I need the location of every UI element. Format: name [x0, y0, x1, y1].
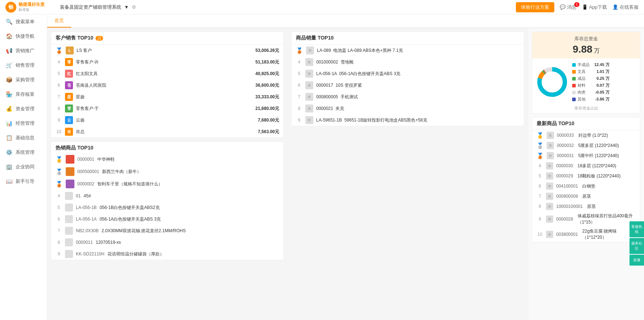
- message-button[interactable]: 💬 消息 6: [560, 4, 576, 11]
- list-item[interactable]: 6 LA-056-1A 056-1A白色按键开关盖ABS 3克: [51, 213, 284, 225]
- table-row[interactable]: 9 云 云扬 7,680.00元: [51, 114, 284, 126]
- table-row[interactable]: 5 红 红太阳文具 40,925.00元: [51, 68, 284, 79]
- product-code: 0000001: [77, 157, 94, 162]
- table-row[interactable]: 4 零 零售客户·许 51,183.00元: [51, 56, 284, 68]
- table-row[interactable]: 8 图 0000021 夹克: [292, 103, 524, 114]
- customer-name: 红太阳文具: [76, 71, 253, 77]
- online-service-button[interactable]: 👤 在线客服: [612, 4, 639, 11]
- sidebar-item-nav[interactable]: 🏠 快捷导航: [0, 29, 47, 44]
- product-info: LA-089 电池盖 LA-089 ABS本色+黑种 7.1克: [317, 48, 403, 54]
- table-row[interactable]: 9 图 LA-59651-1B 59651-1B旋转投影灯电池盒ABS黑色+58…: [292, 114, 524, 126]
- app-download-button[interactable]: 📱 App下载: [582, 4, 607, 11]
- latest-header: 最新商品 TOP10: [532, 118, 640, 130]
- customer-value: 40,925.00元: [256, 71, 279, 77]
- product-code: 0000033: [557, 133, 574, 138]
- sidebar-item-search[interactable]: 🔍 搜索菜单: [0, 15, 47, 29]
- sidebar-item-purchase[interactable]: 📦 采购管理: [0, 73, 47, 87]
- list-item[interactable]: 5 图 0000029 18颗粒板 (1220*2440): [532, 171, 640, 181]
- sidebar-item-sales[interactable]: 🛒 销售管理: [0, 58, 47, 73]
- customer-service-button[interactable]: 客服热线: [629, 221, 644, 237]
- hot-products-list: 🥇 0000001 中华神鞋 🥈 000500001 新西兰牛肉（新牛）: [51, 153, 284, 260]
- customer-name: LS 客户: [77, 48, 253, 54]
- list-item[interactable]: 🥈 000500001 新西兰牛肉（新牛）: [51, 165, 284, 178]
- product-thumbnail: [66, 155, 74, 164]
- sidebar-item-system[interactable]: ⚙️ 系统管理: [0, 145, 47, 160]
- purchase-icon: 📦: [5, 76, 13, 83]
- list-item[interactable]: 🥇 图 0000033 封边带 (1.0*22): [532, 130, 640, 140]
- livestream-button[interactable]: 直播: [629, 255, 644, 266]
- sidebar-item-operations[interactable]: 📊 经营管理: [0, 116, 47, 131]
- header: 畅 畅捷通好生意 标准版 装备及固定资产辅助管理系统 ▼ ⚙ 体验行业方案 💬 …: [0, 0, 644, 15]
- product-img: 图: [305, 104, 313, 112]
- product-thumbnail: [65, 250, 73, 258]
- avatar: 肖: [65, 128, 73, 136]
- sidebar-item-enterprise[interactable]: 🏢 企业协同: [0, 160, 47, 174]
- legend-color: [572, 77, 576, 81]
- trial-button[interactable]: 体验行业方案: [516, 2, 554, 12]
- legend-color: [572, 63, 576, 67]
- list-item[interactable]: 🥈 图 0000032 5厘多层 (1220*2440): [532, 140, 640, 151]
- legend-value: 12.45 万: [594, 62, 610, 67]
- settings-icon[interactable]: ⚙: [132, 4, 136, 10]
- legend-value: -3.86 万: [595, 97, 609, 102]
- list-item[interactable]: 🥉 图 0000031 5厘中纤 (1220*2440): [532, 151, 640, 161]
- main-layout: 🔍 搜索菜单 🏠 快捷导航 📢 营销推广 🛒 销售管理 📦 采购管理 🏪 库存核…: [0, 15, 644, 320]
- donut-chart: [536, 66, 568, 98]
- list-item[interactable]: 8 图 10000100001 原茎: [532, 201, 640, 212]
- right-panel: 库存总资金 9.88 万: [528, 28, 644, 320]
- list-item[interactable]: 5 LA-056-1B 056-1B白色按键开关盖ABS2克: [51, 202, 284, 213]
- sidebar-item-guide[interactable]: 📖 新手引导: [0, 174, 47, 189]
- sidebar-system-label: 系统管理: [16, 149, 34, 156]
- rank-number: 7: [56, 94, 62, 99]
- logo-sub-text: 标准版: [19, 7, 45, 12]
- float-buttons: 客服热线 服务社区 直播: [629, 221, 644, 266]
- product-img: 图: [305, 70, 313, 78]
- sidebar-item-finance[interactable]: 💰 资金管理: [0, 102, 47, 116]
- inventory-unit: 万: [594, 48, 600, 54]
- table-row[interactable]: 7 星 星扬 33,333.00元: [51, 91, 284, 103]
- system-selector[interactable]: 装备及固定资产辅助管理系统 ▼ ⚙: [60, 4, 136, 11]
- list-item[interactable]: 7 NB2.0X30B 2.0X30MM双搓花轴.搓花直径2.1MM/ROHS: [51, 225, 284, 237]
- table-row[interactable]: 🥉 图 LA-089 电池盖 LA-089 ABS本色+黑种 7.1克: [292, 45, 524, 56]
- customer-value: 36,600.00元: [256, 82, 279, 89]
- avatar: 红: [65, 70, 73, 78]
- list-item[interactable]: 4 图 0000030 18多层 (1220*2440): [532, 161, 640, 171]
- rank-number: 5: [56, 71, 62, 76]
- product-img: 图: [546, 231, 553, 238]
- bronze-medal-icon: 🥉: [56, 181, 63, 188]
- list-item[interactable]: 8 0000011 12070519-xs: [51, 237, 284, 248]
- table-row[interactable]: 4 图 001000002 雪地靴: [292, 56, 524, 68]
- list-item[interactable]: 🥇 0000001 中华神鞋: [51, 153, 284, 165]
- table-row[interactable]: 🥉 L LS 客户 53,006.26元: [51, 45, 284, 56]
- table-row[interactable]: 6 图 0000017 10S 变扭罗紧: [292, 79, 524, 91]
- list-item[interactable]: 🥉 0000002 智利车子里（规格不知道填什么）: [51, 178, 284, 190]
- list-item[interactable]: 4 01 45#: [51, 190, 284, 202]
- legend-color: [572, 98, 576, 101]
- list-item[interactable]: 7 图 000800008 原茎: [532, 191, 640, 201]
- rank-number: 4: [56, 193, 62, 198]
- product-name: 5厘中纤 (1220*2440): [578, 153, 636, 159]
- service-community-button[interactable]: 服务社区: [629, 238, 644, 254]
- tab-home[interactable]: 首页: [47, 15, 71, 28]
- products-panel-header: 商品销量 TOP10: [292, 32, 524, 45]
- sidebar-item-inventory[interactable]: 🏪 库存核算: [0, 87, 47, 102]
- table-row[interactable]: 10 肖 肖总 7,563.00元: [51, 126, 284, 138]
- enterprise-icon: 🏢: [5, 163, 13, 171]
- list-item[interactable]: 6 图 004100001 白钢垫: [532, 181, 640, 191]
- list-item[interactable]: 10 图 003800001 22g鱼豆腐·烧烤味（1*12*20）: [532, 227, 640, 242]
- list-item[interactable]: 9 KK-SD22110H 花语萌恒温分罐罐袋（厚款）: [51, 248, 284, 260]
- table-row[interactable]: 6 苍 苍南县人民医院 36,600.00元: [51, 79, 284, 91]
- list-item[interactable]: 9 图 0000028 体戚荔枝味苏打饮品400毫升（1*15）: [532, 212, 640, 227]
- sidebar-item-marketing[interactable]: 📢 营销推广: [0, 44, 47, 58]
- float-btn-label: 客服热线: [631, 225, 642, 234]
- product-thumbnail: [65, 215, 73, 223]
- sidebar-nav-label: 快捷导航: [16, 33, 34, 40]
- table-row[interactable]: 5 图 LA-056-1A 056-1A白色按键开关盖ABS 3克: [292, 68, 524, 79]
- table-row[interactable]: 8 零 零售客户·于 21,680.00元: [51, 103, 284, 114]
- table-row[interactable]: 7 图 000800005 手机测试: [292, 91, 524, 103]
- rank-number: 6: [537, 184, 543, 189]
- search-icon: 🔍: [5, 18, 13, 25]
- sidebar-item-basic[interactable]: 📋 基础信息: [0, 131, 47, 145]
- product-thumbnail: [65, 204, 73, 212]
- rank-number: 7: [537, 194, 543, 199]
